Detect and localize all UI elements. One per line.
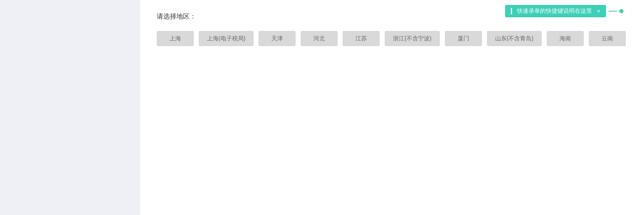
sidebar xyxy=(0,0,140,215)
region-button-shandong[interactable]: 山东(不含青岛) xyxy=(487,31,542,46)
tooltip-text: 快速录单的快捷键说明在这里 xyxy=(517,7,592,15)
tooltip-line xyxy=(609,11,617,12)
region-button-yunnan[interactable]: 云南 xyxy=(589,31,626,46)
region-button-tianjin[interactable]: 天津 xyxy=(259,31,296,46)
tooltip-container: 快速录单的快捷键说明在这里 × xyxy=(505,5,623,17)
tooltip-close-button[interactable]: × xyxy=(597,8,600,14)
tooltip-bubble: 快速录单的快捷键说明在这里 × xyxy=(505,5,606,17)
region-button-zhejiang[interactable]: 浙江(不含宁波) xyxy=(385,31,440,46)
region-button-jiangsu[interactable]: 江苏 xyxy=(343,31,380,46)
region-button-shanghai[interactable]: 上海 xyxy=(157,31,194,46)
region-button-shanghai-etax[interactable]: 上海(电子税局) xyxy=(199,31,254,46)
tooltip-dot xyxy=(619,9,623,13)
region-button-hainan[interactable]: 海南 xyxy=(547,31,584,46)
main-content: 请选择地区： 上海上海(电子税局)天津河北江苏浙江(不含宁波)厦门山东(不含青岛… xyxy=(140,0,644,215)
region-button-xiamen[interactable]: 厦门 xyxy=(445,31,482,46)
region-button-hebei[interactable]: 河北 xyxy=(301,31,338,46)
region-grid: 上海上海(电子税局)天津河北江苏浙江(不含宁波)厦门山东(不含青岛)海南云南 xyxy=(157,31,628,46)
